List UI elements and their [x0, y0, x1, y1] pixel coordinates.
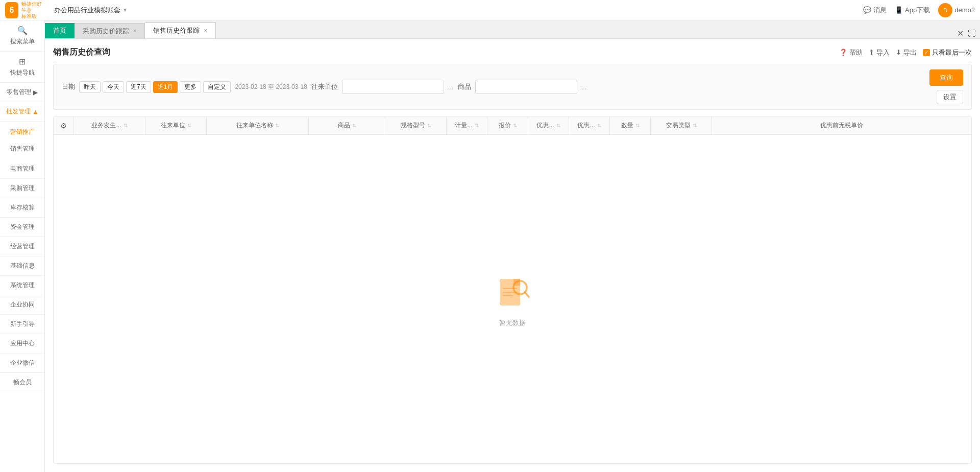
sort-icon: ⇅	[693, 123, 697, 128]
settings-button[interactable]: 设置	[937, 90, 963, 104]
search-icon: 🔍	[17, 26, 28, 35]
sidebar-item-system-mgmt[interactable]: 系统管理	[0, 276, 44, 295]
supplier-input[interactable]	[342, 80, 444, 94]
close-sales-tab-icon[interactable]: ×	[204, 28, 207, 33]
th-unit-name[interactable]: 往来单位名称 ⇅	[207, 116, 309, 134]
table-container: ⚙ 业务发生... ⇅ 往来单位 ⇅ 往来单位名称 ⇅	[53, 116, 972, 464]
sidebar-item-corp-collab[interactable]: 企业协同	[0, 295, 44, 315]
workspace-selector[interactable]: 办公用品行业模拟账套 ▼	[50, 4, 132, 17]
th-discount1[interactable]: 优惠... ⇅	[528, 116, 569, 134]
sidebar-item-basic-info[interactable]: 基础信息	[0, 256, 44, 276]
th-trade[interactable]: 交易类型 ⇅	[651, 116, 712, 134]
th-unit[interactable]: 往来单位 ⇅	[145, 116, 207, 134]
sidebar-item-retail-mgmt[interactable]: 零售管理 ▶	[0, 83, 44, 102]
content-area: 首页 采购历史价跟踪 × 销售历史价跟踪 × ✕ ⛶ 销售历史价查询	[45, 20, 980, 472]
avatar: D	[938, 3, 952, 17]
query-button[interactable]: 查询	[929, 69, 963, 86]
tab-bar-actions: ✕ ⛶	[953, 29, 980, 38]
tab-sales-history[interactable]: 销售历史价跟踪 ×	[145, 22, 215, 38]
sort-icon: ⇅	[275, 123, 279, 128]
th-price[interactable]: 报价 ⇅	[487, 116, 528, 134]
sidebar-item-purchase-mgmt[interactable]: 采购管理	[0, 179, 44, 198]
fullscreen-button[interactable]: ⛶	[968, 29, 976, 38]
message-button[interactable]: 💬 消息	[863, 6, 887, 15]
sidebar-item-marketing[interactable]: 营销推广	[0, 124, 44, 140]
page-header: 销售历史价查询 ❓ 帮助 ⬆ 导入 ⬇ 导出 ✓	[53, 47, 972, 58]
sort-icon: ⇅	[124, 123, 128, 128]
empty-text: 暂无数据	[499, 318, 526, 327]
date-btn-more[interactable]: 更多	[180, 81, 201, 93]
supplier-ellipsis-btn[interactable]: ...	[448, 83, 454, 91]
logo-area: 6 畅捷信好生意 标准版	[5, 1, 46, 19]
close-window-button[interactable]: ✕	[957, 29, 964, 38]
sidebar-item-sales-mgmt[interactable]: 销售管理	[0, 140, 44, 157]
sidebar-item-quick-nav[interactable]: ⊞ 快捷导航	[0, 52, 44, 83]
sort-icon: ⇅	[635, 123, 640, 128]
date-btn-yesterday[interactable]: 昨天	[79, 81, 101, 93]
import-icon: ⬆	[869, 49, 874, 56]
export-button[interactable]: ⬇ 导出	[896, 48, 917, 57]
sidebar-item-wholesale-mgmt[interactable]: 批发管理 ▲	[0, 102, 44, 122]
app-download-button[interactable]: 📱 App下载	[895, 6, 930, 15]
gear-icon: ⚙	[60, 122, 67, 130]
chevron-down-icon: ▲	[33, 108, 39, 115]
table-body: 暂无数据	[54, 135, 971, 463]
chevron-down-icon: ▼	[122, 7, 128, 13]
th-measure[interactable]: 计量... ⇅	[447, 116, 487, 134]
th-discount2[interactable]: 优惠... ⇅	[569, 116, 610, 134]
table-header: ⚙ 业务发生... ⇅ 往来单位 ⇅ 往来单位名称 ⇅	[54, 116, 971, 135]
th-gear[interactable]: ⚙	[54, 116, 74, 134]
sidebar-item-ecom-mgmt[interactable]: 电商管理	[0, 159, 44, 179]
date-btn-last7[interactable]: 近7天	[126, 81, 151, 93]
grid-icon: ⊞	[19, 57, 26, 66]
tab-bar: 首页 采购历史价跟踪 × 销售历史价跟踪 × ✕ ⛶	[45, 20, 980, 39]
sidebar-item-inventory[interactable]: 库存核算	[0, 198, 44, 218]
supplier-label: 往来单位	[311, 82, 338, 91]
sidebar-item-search-menu[interactable]: 🔍 搜索菜单	[0, 20, 44, 52]
import-button[interactable]: ⬆ 导入	[869, 48, 890, 57]
supplier-filter-group: 往来单位 ...	[311, 80, 454, 94]
sidebar-item-app-center[interactable]: 应用中心	[0, 334, 44, 353]
help-button[interactable]: ❓ 帮助	[839, 48, 863, 57]
sidebar-item-ops-mgmt[interactable]: 经营管理	[0, 237, 44, 256]
header-actions: 💬 消息 📱 App下载 D demo2	[863, 3, 975, 17]
user-menu[interactable]: D demo2	[938, 3, 975, 17]
sort-icon: ⇅	[556, 123, 560, 128]
date-btn-today[interactable]: 今天	[103, 81, 124, 93]
chevron-right-icon: ▶	[33, 89, 38, 96]
sidebar-item-members[interactable]: 畅会员	[0, 373, 44, 392]
only-last-checkbox-label[interactable]: ✓ 只看最后一次	[923, 48, 972, 57]
sidebar-item-finance[interactable]: 资金管理	[0, 218, 44, 237]
goods-input[interactable]	[475, 80, 577, 94]
wholesale-submenu: 营销推广 销售管理	[0, 122, 44, 159]
empty-state: 暂无数据	[492, 271, 533, 327]
sidebar-item-new-guide[interactable]: 新手引导	[0, 315, 44, 334]
help-icon: ❓	[839, 49, 847, 56]
top-header: 6 畅捷信好生意 标准版 办公用品行业模拟账套 ▼ 💬 消息 📱 App下载 D…	[0, 0, 980, 20]
message-icon: 💬	[863, 6, 871, 14]
th-spec[interactable]: 规格型号 ⇅	[385, 116, 447, 134]
tab-home[interactable]: 首页	[45, 23, 75, 38]
goods-label: 商品	[458, 82, 471, 91]
date-buttons: 昨天 今天 近7天 近1月 更多 自定义	[79, 81, 231, 93]
sort-icon: ⇅	[427, 123, 431, 128]
workspace-label: 办公用品行业模拟账套	[54, 6, 120, 15]
th-qty[interactable]: 数量 ⇅	[610, 116, 651, 134]
date-btn-custom[interactable]: 自定义	[203, 81, 231, 93]
th-last-price[interactable]: 优惠前无税单价	[712, 116, 971, 134]
sort-icon: ⇅	[187, 123, 191, 128]
tab-purchase-history[interactable]: 采购历史价跟踪 ×	[75, 23, 145, 38]
th-goods[interactable]: 商品 ⇅	[309, 116, 385, 134]
th-date[interactable]: 业务发生... ⇅	[74, 116, 145, 134]
phone-icon: 📱	[895, 6, 903, 14]
goods-filter-group: 商品 ...	[458, 80, 587, 94]
goods-ellipsis-btn[interactable]: ...	[581, 83, 587, 91]
empty-state-icon	[492, 271, 533, 312]
only-last-checkbox[interactable]: ✓	[923, 49, 930, 56]
filter-bar: 日期 昨天 今天 近7天 近1月 更多 自定义 2023-02-18 至 202…	[53, 64, 972, 110]
date-btn-last1m[interactable]: 近1月	[153, 81, 178, 93]
page-content: 销售历史价查询 ❓ 帮助 ⬆ 导入 ⬇ 导出 ✓	[45, 39, 980, 472]
close-purchase-tab-icon[interactable]: ×	[133, 28, 136, 34]
sidebar-item-corp-wechat[interactable]: 企业微信	[0, 353, 44, 373]
filter-row: 日期 昨天 今天 近7天 近1月 更多 自定义 2023-02-18 至 202…	[62, 80, 921, 94]
